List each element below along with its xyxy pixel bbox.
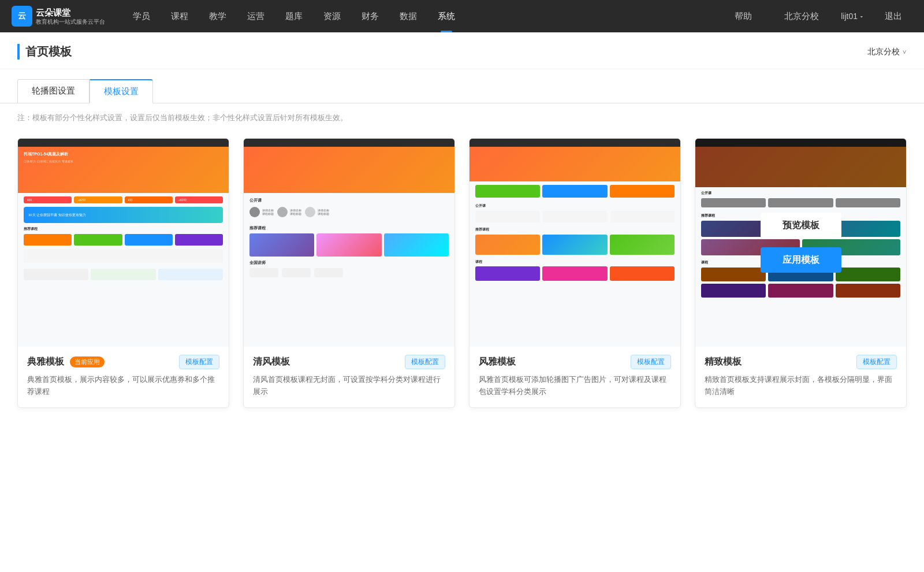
tabs: 轮播图设置 模板设置: [17, 79, 907, 103]
branch-name: 北京分校: [867, 47, 900, 57]
nav-left: 云 云朵课堂 教育机构一站式服务云平台 学员 课程 教学 运营 题库 资源 财务…: [12, 0, 465, 32]
nav-item-data[interactable]: 数据: [389, 0, 427, 32]
template-title-row-qingfeng: 清风模板 模板配置: [253, 355, 445, 369]
logo-text: 云朵课堂 教育机构一站式服务云平台: [36, 7, 105, 26]
page-title: 首页模板: [17, 44, 72, 60]
apply-template-button[interactable]: 应用模板: [761, 247, 841, 273]
template-mockup-2: 公开课 讲师名称课程标题 讲师名称课程标题: [244, 139, 454, 347]
template-desc-jingzhi: 精致首页模板支持课程展示封面，各模板分隔明显，界面简洁清晰: [705, 374, 897, 398]
top-navigation: 云 云朵课堂 教育机构一站式服务云平台 学员 课程 教学 运营 题库 资源 财务…: [0, 0, 924, 32]
user-dropdown[interactable]: lijt01 ▾: [841, 12, 863, 21]
nav-branch[interactable]: 北京分校: [774, 0, 829, 32]
template-preview-fengya[interactable]: 公开课 推荐课程: [470, 139, 680, 347]
template-overlay-jingzhi: 预览模板 应用模板: [695, 139, 906, 347]
nav-item-finance[interactable]: 财务: [351, 0, 389, 32]
badge-current-elegant: 当前应用: [70, 356, 105, 367]
chevron-down-icon: ∨: [902, 48, 907, 56]
template-mockup-3: 公开课 推荐课程: [470, 139, 680, 347]
template-info-elegant: 典雅模板 当前应用 模板配置 典雅首页模板，展示内容较多，可以展示优惠券和多个推…: [18, 347, 229, 407]
config-button-elegant[interactable]: 模板配置: [179, 355, 219, 369]
notice-text: 注：模板有部分个性化样式设置，设置后仅当前模板生效；非个性化样式设置后针对所有模…: [0, 103, 924, 132]
template-desc-qingfeng: 清风首页模板课程无封面，可设置按学科分类对课程进行展示: [253, 374, 445, 398]
nav-item-system[interactable]: 系统: [427, 0, 465, 32]
tabs-container: 轮播图设置 模板设置: [0, 69, 924, 103]
template-info-fengya: 风雅模板 模板配置 风雅首页模板可添加轮播图下广告图片，可对课程及课程包设置学科…: [470, 347, 680, 407]
template-card-jingzhi: 公开课 推荐课程: [695, 138, 907, 408]
nav-item-questionbank[interactable]: 题库: [275, 0, 313, 32]
nav-item-operations[interactable]: 运营: [237, 0, 275, 32]
logo-icon: 云: [12, 6, 32, 27]
template-name-elegant: 典雅模板: [27, 356, 64, 368]
template-title-row-jingzhi: 精致模板 模板配置: [705, 355, 897, 369]
config-button-qingfeng[interactable]: 模板配置: [405, 355, 445, 369]
nav-help[interactable]: 帮助: [724, 0, 762, 32]
template-title-row-fengya: 风雅模板 模板配置: [479, 355, 671, 369]
template-info-jingzhi: 精致模板 模板配置 精致首页模板支持课程展示封面，各模板分隔明显，界面简洁清晰: [695, 347, 906, 407]
template-card-fengya: 公开课 推荐课程: [469, 138, 681, 408]
logo[interactable]: 云 云朵课堂 教育机构一站式服务云平台: [12, 6, 105, 27]
template-preview-qingfeng[interactable]: 公开课 讲师名称课程标题 讲师名称课程标题: [244, 139, 454, 347]
template-title-row-elegant: 典雅模板 当前应用 模板配置: [27, 355, 219, 369]
template-preview-elegant[interactable]: 托福TPO1-54真题及解析 口语 听力 口语词汇 练就实力 弯道超车 ¥30 …: [18, 139, 229, 347]
nav-item-resources[interactable]: 资源: [313, 0, 351, 32]
template-name-qingfeng: 清风模板: [253, 356, 290, 368]
nav-item-teaching[interactable]: 教学: [199, 0, 237, 32]
template-desc-fengya: 风雅首页模板可添加轮播图下广告图片，可对课程及课程包设置学科分类展示: [479, 374, 671, 398]
page-content: 首页模板 北京分校 ∨ 轮播图设置 模板设置 注：模板有部分个性化样式设置，设置…: [0, 32, 924, 572]
nav-right: 帮助 北京分校 lijt01 ▾ 退出: [724, 0, 912, 32]
template-name-jingzhi: 精致模板: [705, 356, 742, 368]
config-button-jingzhi[interactable]: 模板配置: [856, 355, 897, 369]
template-name-fengya: 风雅模板: [479, 356, 516, 368]
template-card-elegant: 托福TPO1-54真题及解析 口语 听力 口语词汇 练就实力 弯道超车 ¥30 …: [17, 138, 229, 408]
template-card-qingfeng: 公开课 讲师名称课程标题 讲师名称课程标题: [243, 138, 455, 408]
chevron-down-icon: ▾: [860, 13, 863, 20]
config-button-fengya[interactable]: 模板配置: [631, 355, 671, 369]
page-header: 首页模板 北京分校 ∨: [0, 32, 924, 69]
template-mockup-1: 托福TPO1-54真题及解析 口语 听力 口语词汇 练就实力 弯道超车 ¥30 …: [18, 139, 229, 347]
templates-grid: 托福TPO1-54真题及解析 口语 听力 口语词汇 练就实力 弯道超车 ¥30 …: [0, 132, 924, 431]
template-desc-elegant: 典雅首页模板，展示内容较多，可以展示优惠券和多个推荐课程: [27, 374, 219, 398]
nav-logout[interactable]: 退出: [874, 0, 912, 32]
nav-item-courses[interactable]: 课程: [161, 0, 199, 32]
tab-template[interactable]: 模板设置: [90, 79, 153, 103]
branch-selector[interactable]: 北京分校 ∨: [867, 47, 907, 57]
nav-item-students[interactable]: 学员: [122, 0, 161, 32]
username: lijt01: [841, 12, 858, 21]
template-preview-jingzhi[interactable]: 公开课 推荐课程: [695, 139, 906, 347]
tab-carousel[interactable]: 轮播图设置: [17, 79, 90, 103]
preview-template-button[interactable]: 预览模板: [761, 213, 841, 238]
nav-items: 学员 课程 教学 运营 题库 资源 财务 数据 系统: [122, 0, 465, 32]
template-info-qingfeng: 清风模板 模板配置 清风首页模板课程无封面，可设置按学科分类对课程进行展示: [244, 347, 454, 407]
